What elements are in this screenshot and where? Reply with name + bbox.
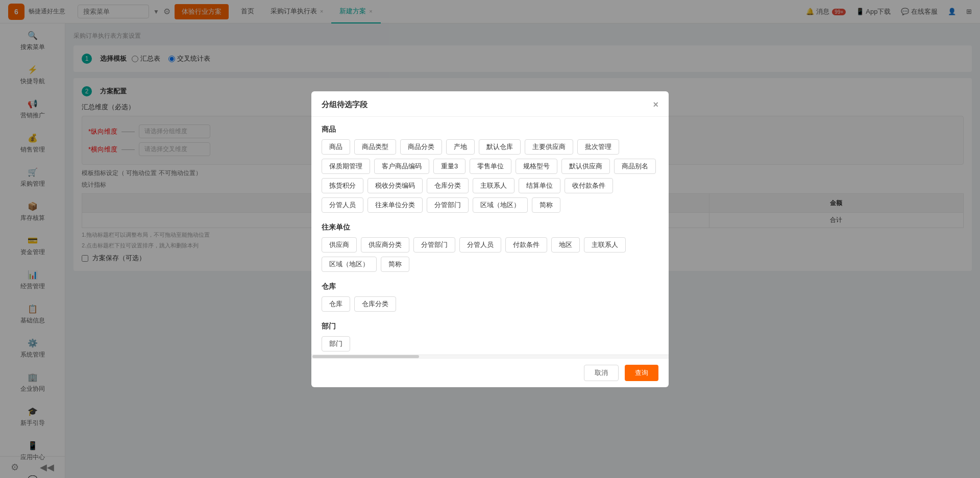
field-tag[interactable]: 仓库分类 [354, 296, 396, 312]
modal-title: 分组待选字段 [322, 100, 368, 110]
field-tag[interactable]: 付款条件 [505, 237, 547, 253]
group-title-goods: 商品 [322, 125, 658, 134]
field-tag[interactable]: 分管部门 [427, 197, 469, 213]
field-tag[interactable]: 保质期管理 [322, 159, 370, 174]
field-tag[interactable]: 分管人员 [322, 197, 363, 213]
field-tag[interactable]: 商品类型 [354, 139, 396, 155]
field-tag[interactable]: 分管人员 [459, 237, 501, 253]
field-group-department: 部门 部门 [322, 322, 658, 351]
field-group-goods: 商品 商品 商品类型 商品分类 产地 默认仓库 主要供应商 批次管理 保质期管理… [322, 125, 658, 213]
modal-footer: 取消 查询 [311, 358, 669, 387]
field-tag[interactable]: 重量3 [433, 159, 465, 174]
field-tag[interactable]: 区域（地区） [322, 257, 377, 272]
field-tag[interactable]: 客户商品编码 [374, 159, 429, 174]
modal-confirm-button[interactable]: 查询 [625, 365, 658, 381]
field-tag[interactable]: 区域（地区） [473, 197, 528, 213]
modal-dialog: 分组待选字段 × 商品 商品 商品类型 商品分类 产地 默认仓库 主要供应商 批… [311, 91, 669, 387]
field-tag[interactable]: 产地 [446, 139, 475, 155]
group-title-department: 部门 [322, 322, 658, 331]
field-tag[interactable]: 规格型号 [516, 159, 557, 174]
field-tag[interactable]: 默认仓库 [479, 139, 521, 155]
field-tag[interactable]: 主联系人 [473, 178, 514, 193]
field-tag[interactable]: 收付款条件 [565, 178, 613, 193]
field-tag[interactable]: 主联系人 [584, 237, 626, 253]
field-group-warehouse: 仓库 仓库 仓库分类 [322, 282, 658, 312]
modal-horizontal-scrollbar[interactable] [311, 355, 669, 358]
field-tag[interactable]: 供应商 [322, 237, 357, 253]
field-tag[interactable]: 分管部门 [413, 237, 455, 253]
field-tags-partner: 供应商 供应商分类 分管部门 分管人员 付款条件 地区 主联系人 区域（地区） … [322, 237, 658, 272]
modal-close-button[interactable]: × [653, 99, 658, 110]
field-tag[interactable]: 简称 [381, 257, 409, 272]
field-group-partner: 往来单位 供应商 供应商分类 分管部门 分管人员 付款条件 地区 主联系人 区域… [322, 223, 658, 272]
field-tags-department: 部门 [322, 336, 658, 351]
field-tags-warehouse: 仓库 仓库分类 [322, 296, 658, 312]
field-tag[interactable]: 零售单位 [470, 159, 511, 174]
field-tag[interactable]: 商品 [322, 139, 350, 155]
group-title-warehouse: 仓库 [322, 282, 658, 291]
field-tag[interactable]: 往来单位分类 [368, 197, 423, 213]
field-tag[interactable]: 批次管理 [577, 139, 619, 155]
field-tag[interactable]: 税收分类编码 [368, 178, 423, 193]
field-tag[interactable]: 仓库 [322, 296, 350, 312]
field-tag[interactable]: 主要供应商 [525, 139, 573, 155]
field-tag[interactable]: 商品别名 [614, 159, 656, 174]
field-tag[interactable]: 默认供应商 [561, 159, 610, 174]
field-tag[interactable]: 部门 [322, 336, 350, 351]
modal-body[interactable]: 商品 商品 商品类型 商品分类 产地 默认仓库 主要供应商 批次管理 保质期管理… [311, 117, 669, 355]
modal-cancel-button[interactable]: 取消 [584, 365, 619, 381]
modal-overlay: 分组待选字段 × 商品 商品 商品类型 商品分类 产地 默认仓库 主要供应商 批… [0, 0, 980, 478]
field-tag[interactable]: 商品分类 [400, 139, 442, 155]
field-tag[interactable]: 供应商分类 [361, 237, 409, 253]
field-tag[interactable]: 简称 [532, 197, 560, 213]
field-tags-goods: 商品 商品类型 商品分类 产地 默认仓库 主要供应商 批次管理 保质期管理 客户… [322, 139, 658, 213]
field-tag[interactable]: 拣货积分 [322, 178, 363, 193]
group-title-partner: 往来单位 [322, 223, 658, 232]
field-tag[interactable]: 结算单位 [519, 178, 560, 193]
field-tag[interactable]: 地区 [551, 237, 580, 253]
field-tag[interactable]: 仓库分类 [427, 178, 469, 193]
modal-header: 分组待选字段 × [311, 91, 669, 117]
